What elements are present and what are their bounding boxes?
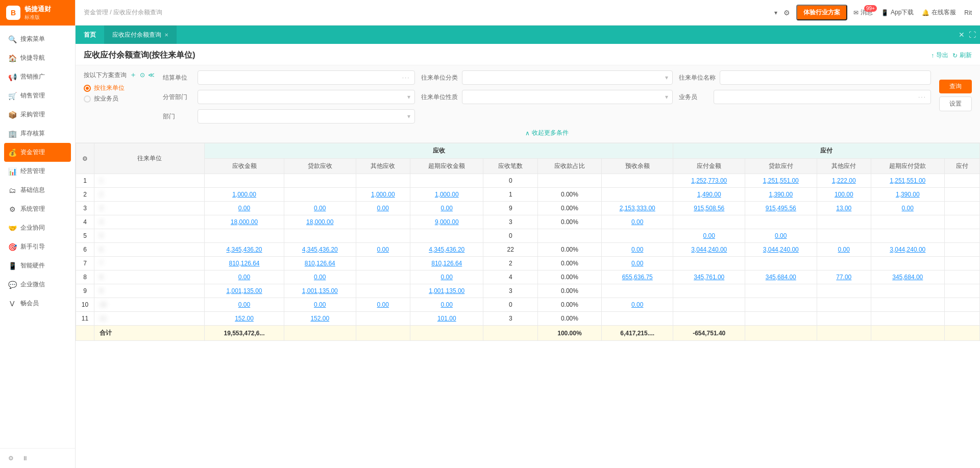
row-cell-2[interactable]: 0.00 (356, 243, 410, 257)
row-cell-7[interactable]: 0.00 (673, 229, 745, 243)
row-cell-8[interactable]: 0.00 (745, 229, 817, 243)
query-option-by-partner[interactable]: 按往来单位 (84, 84, 155, 92)
refresh-button[interactable]: ↻ 刷新 (952, 51, 972, 60)
row-cell-7[interactable]: 3,044,240.00 (673, 243, 745, 257)
filter-settings-icon[interactable]: ⊙ (140, 71, 145, 79)
row-cell-10[interactable]: 1,390.00 (871, 188, 945, 202)
settings-icon[interactable]: ⚙ (8, 455, 14, 462)
partner-category-input[interactable]: ▾ (462, 70, 673, 85)
notice-button[interactable]: ✉ 消息 99+ (853, 8, 873, 17)
row-cell-6[interactable]: 655,636.75 (601, 270, 673, 284)
row-cell-7[interactable]: 345,761.00 (673, 270, 745, 284)
row-cell-3[interactable]: 0.00 (410, 298, 483, 312)
query-option-by-salesman[interactable]: 按业务员 (84, 94, 155, 103)
row-cell-7[interactable]: 1,490.00 (673, 188, 745, 202)
row-cell-1[interactable]: 152.00 (284, 312, 356, 326)
row-cell-8[interactable]: 1,251,551.00 (745, 174, 817, 188)
tab-home[interactable]: 首页 (76, 26, 104, 44)
row-cell-8[interactable]: 345,684.00 (745, 270, 817, 284)
sidebar-item-hardware[interactable]: 📱 智能硬件 (0, 256, 75, 275)
row-cell-1[interactable]: 0.00 (284, 270, 356, 284)
row-cell-7[interactable]: 915,508.56 (673, 202, 745, 215)
row-cell-6[interactable]: 0.00 (601, 215, 673, 229)
table-settings-col[interactable]: ⚙ (76, 143, 94, 174)
sidebar-item-member[interactable]: Ⅴ 畅会员 (0, 294, 75, 313)
row-cell-0[interactable]: 4,345,436.20 (205, 243, 284, 257)
row-cell-3[interactable]: 810,126.64 (410, 257, 483, 270)
department-input[interactable]: ▾ (198, 109, 415, 124)
row-cell-6[interactable]: 0.00 (601, 257, 673, 270)
tab-close-icon[interactable]: ✕ (164, 32, 168, 38)
setting-button[interactable]: 设置 (939, 96, 972, 111)
row-cell-6[interactable]: 2,153,333.00 (601, 202, 673, 215)
row-cell-1[interactable]: 1,001,135.00 (284, 284, 356, 298)
sidebar-item-search[interactable]: 🔍 搜索菜单 (0, 30, 75, 48)
row-cell-2[interactable]: 0.00 (356, 202, 410, 215)
sidebar-item-purchase[interactable]: 📦 采购管理 (0, 105, 75, 124)
row-cell-9[interactable]: 13.00 (817, 202, 871, 215)
online-service-button[interactable]: 🔔 在线客服 (922, 8, 956, 17)
export-button[interactable]: ↑ 导出 (931, 51, 948, 60)
collapse-button[interactable]: ∧ 收起更多条件 (525, 129, 569, 137)
collapse-icon[interactable]: ⏸ (22, 455, 28, 462)
row-cell-10[interactable]: 3,044,240.00 (871, 243, 945, 257)
sidebar-item-sales[interactable]: 🛒 销售管理 (0, 86, 75, 105)
row-cell-3[interactable]: 9,000.00 (410, 215, 483, 229)
row-cell-0[interactable]: 152.00 (205, 312, 284, 326)
row-cell-9[interactable]: 0.00 (817, 243, 871, 257)
sidebar-item-inventory[interactable]: 🏢 库存核算 (0, 124, 75, 143)
row-cell-8[interactable]: 3,044,240.00 (745, 243, 817, 257)
tab-maximize-icon[interactable]: ⛶ (969, 31, 976, 39)
sidebar-item-quick[interactable]: 🏠 快捷导航 (0, 48, 75, 67)
row-cell-3[interactable]: 0.00 (410, 270, 483, 284)
sidebar-item-system[interactable]: ⚙ 系统管理 (0, 200, 75, 218)
salesman-input[interactable]: ··· (714, 90, 931, 104)
row-cell-10[interactable]: 1,251,551.00 (871, 174, 945, 188)
tab-close-all-icon[interactable]: ✕ (959, 31, 965, 39)
tab-query[interactable]: 应收应付余额查询 ✕ (104, 26, 177, 44)
row-cell-1[interactable]: 0.00 (284, 202, 356, 215)
sidebar-item-guide[interactable]: 🎯 新手引导 (0, 237, 75, 256)
row-cell-2[interactable]: 0.00 (356, 298, 410, 312)
row-cell-0[interactable]: 810,126.64 (205, 257, 284, 270)
row-cell-8[interactable]: 915,495.56 (745, 202, 817, 215)
row-cell-6[interactable]: 0.00 (601, 298, 673, 312)
row-cell-9[interactable]: 100.00 (817, 188, 871, 202)
sidebar-item-basic[interactable]: 🗂 基础信息 (0, 181, 75, 200)
sidebar-item-coop[interactable]: 🤝 企业协同 (0, 218, 75, 237)
jiesuan-unit-input[interactable]: ··· (198, 70, 415, 85)
row-cell-2[interactable]: 1,000.00 (356, 188, 410, 202)
row-cell-1[interactable]: 18,000.00 (284, 215, 356, 229)
row-cell-8[interactable]: 1,390.00 (745, 188, 817, 202)
filter-collapse-icon[interactable]: ≪ (148, 71, 155, 79)
sidebar-item-marketing[interactable]: 📢 营销推广 (0, 67, 75, 86)
app-download-button[interactable]: 📱 App下载 (881, 8, 914, 17)
sidebar-item-ops[interactable]: 📊 经营管理 (0, 162, 75, 181)
row-cell-1[interactable]: 4,345,436.20 (284, 243, 356, 257)
row-cell-0[interactable]: 0.00 (205, 270, 284, 284)
query-button[interactable]: 查询 (939, 80, 972, 93)
sidebar-item-wechat[interactable]: 💬 企业微信 (0, 275, 75, 294)
row-cell-7[interactable]: 1,252,773.00 (673, 174, 745, 188)
row-cell-10[interactable]: 345,684.00 (871, 270, 945, 284)
row-cell-3[interactable]: 101.00 (410, 312, 483, 326)
promo-button[interactable]: 体验行业方案 (796, 5, 847, 20)
row-cell-1[interactable]: 0.00 (284, 298, 356, 312)
sidebar-item-finance[interactable]: 💰 资金管理 (4, 143, 71, 162)
user-menu[interactable]: Rit (964, 9, 972, 16)
row-cell-0[interactable]: 1,000.00 (205, 188, 284, 202)
row-cell-0[interactable]: 1,001,135.00 (205, 284, 284, 298)
row-cell-0[interactable]: 0.00 (205, 202, 284, 215)
partner-type-input[interactable]: ▾ (462, 90, 673, 104)
row-cell-3[interactable]: 1,001,135.00 (410, 284, 483, 298)
row-cell-9[interactable]: 77.00 (817, 270, 871, 284)
row-cell-10[interactable]: 0.00 (871, 202, 945, 215)
row-cell-0[interactable]: 18,000.00 (205, 215, 284, 229)
row-cell-1[interactable]: 810,126.64 (284, 257, 356, 270)
row-cell-9[interactable]: 1,222.00 (817, 174, 871, 188)
row-cell-6[interactable]: 0.00 (601, 243, 673, 257)
dept-input[interactable]: ▾ (198, 90, 415, 104)
row-cell-3[interactable]: 1,000.00 (410, 188, 483, 202)
add-filter-icon[interactable]: ＋ (130, 70, 137, 80)
row-cell-0[interactable]: 0.00 (205, 298, 284, 312)
